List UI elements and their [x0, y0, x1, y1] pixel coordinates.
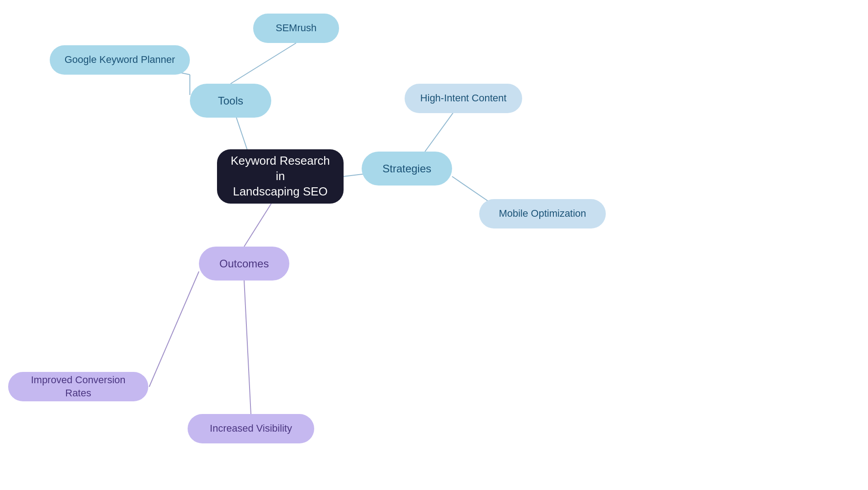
svg-line-8 [149, 271, 199, 387]
mobile-optimization-node: Mobile Optimization [479, 199, 606, 228]
tools-node: Tools [190, 84, 271, 118]
svg-line-1 [231, 43, 296, 84]
semrush-node: SEMrush [253, 14, 339, 43]
high-intent-content-node: High-Intent Content [405, 84, 522, 113]
conversion-rates-node: Improved Conversion Rates [8, 372, 148, 401]
google-keyword-planner-node: Google Keyword Planner [50, 45, 190, 75]
outcomes-node: Outcomes [199, 247, 289, 281]
center-node: Keyword Research in Landscaping SEO [217, 149, 344, 204]
svg-line-9 [244, 281, 251, 414]
increased-visibility-node: Increased Visibility [188, 414, 314, 443]
svg-line-7 [244, 204, 271, 247]
strategies-node: Strategies [362, 152, 452, 186]
